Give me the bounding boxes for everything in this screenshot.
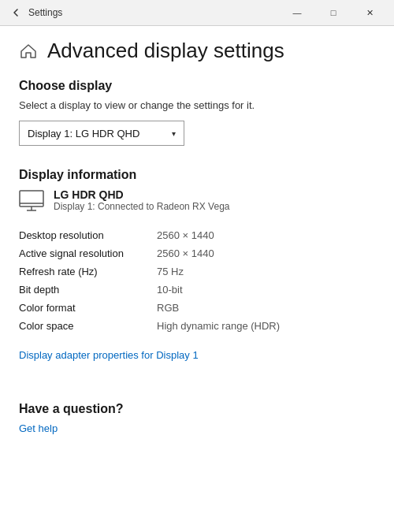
display-device-info: LG HDR QHD Display 1: Connected to Radeo… [54,188,229,212]
table-row: Desktop resolution2560 × 1440 [19,226,375,244]
get-help-link[interactable]: Get help [19,422,58,434]
page-header: Advanced display settings [19,26,375,79]
title-bar-text: Settings [25,7,279,18]
display-info-heading: Display information [19,168,375,182]
settings-window: Settings — □ ✕ Advanced display settings… [0,0,394,532]
property-label: Refresh rate (Hz) [19,262,157,281]
home-icon [19,42,38,61]
table-row: Color spaceHigh dynamic range (HDR) [19,317,375,335]
property-value: 10-bit [157,281,375,299]
property-value: 2560 × 1440 [157,226,375,244]
title-bar: Settings — □ ✕ [0,0,394,25]
dropdown-arrow-icon: ▾ [172,129,176,138]
property-label: Active signal resolution [19,244,157,262]
minimize-button[interactable]: — [279,0,315,25]
property-label: Color space [19,317,157,335]
maximize-button[interactable]: □ [315,0,351,25]
back-button[interactable] [6,3,25,22]
table-row: Bit depth10-bit [19,281,375,299]
choose-display-section: Choose display Select a display to view … [19,79,375,146]
display-dropdown-container: Display 1: LG HDR QHD ▾ [19,121,375,146]
property-value: High dynamic range (HDR) [157,317,375,335]
svg-rect-0 [20,191,43,206]
property-value: 75 Hz [157,262,375,281]
monitor-icon [19,190,44,212]
display-device-sub: Display 1: Connected to Radeon RX Vega [54,201,229,212]
help-section: Have a question? Get help [19,402,375,435]
property-label: Color format [19,299,157,317]
property-value: RGB [157,299,375,317]
display-dropdown-text: Display 1: LG HDR QHD [28,128,139,140]
page-title: Advanced display settings [47,39,284,63]
adapter-properties-link[interactable]: Display adapter properties for Display 1 [19,349,199,361]
close-button[interactable]: ✕ [351,0,388,25]
choose-display-heading: Choose display [19,79,375,93]
table-row: Active signal resolution2560 × 1440 [19,244,375,262]
choose-display-subtitle: Select a display to view or change the s… [19,99,375,111]
display-device-name: LG HDR QHD [54,188,229,201]
property-label: Desktop resolution [19,226,157,244]
main-content: Advanced display settings Choose display… [0,26,394,532]
table-row: Refresh rate (Hz)75 Hz [19,262,375,281]
window-controls: — □ ✕ [279,0,388,25]
display-properties-table: Desktop resolution2560 × 1440Active sign… [19,226,375,335]
table-row: Color formatRGB [19,299,375,317]
display-device: LG HDR QHD Display 1: Connected to Radeo… [19,188,375,212]
property-value: 2560 × 1440 [157,244,375,262]
display-info-section: Display information LG HDR QHD Display 1… [19,168,375,386]
help-title: Have a question? [19,402,375,416]
property-label: Bit depth [19,281,157,299]
display-dropdown[interactable]: Display 1: LG HDR QHD ▾ [19,121,184,146]
